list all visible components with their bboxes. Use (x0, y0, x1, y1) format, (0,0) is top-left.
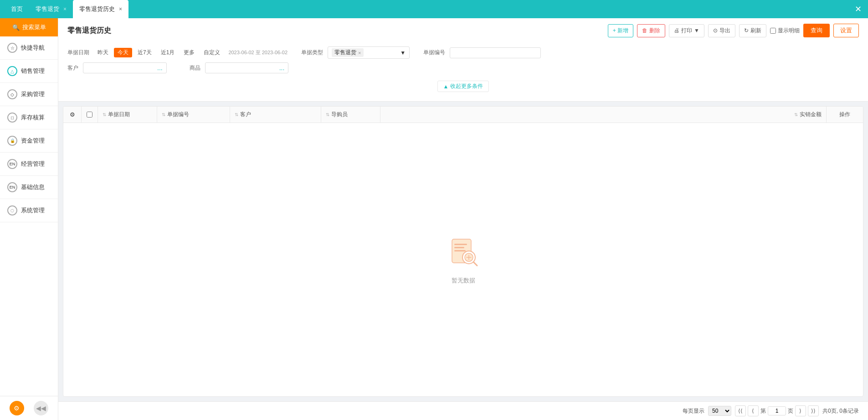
page-title-row: 零售退货历史 + 新增 🗑 删除 🖨 打印 ▼ ⊙ (67, 24, 859, 37)
inventory-icon: □ (7, 113, 17, 123)
delete-button-label: 删除 (649, 27, 660, 35)
th-action-label: 操作 (839, 111, 850, 118)
goods-input[interactable] (209, 65, 277, 71)
goods-input-box[interactable]: ... (205, 62, 289, 73)
filter-row-2: 客户 ... 商品 ... (67, 62, 859, 73)
sidebar-item-operations[interactable]: EN 经营管理 (0, 153, 58, 176)
tab-home[interactable]: 首页 (5, 0, 29, 18)
sales-icon: △ (7, 66, 17, 76)
export-button-label: 导出 (719, 27, 730, 35)
date-options: 昨天 今天 近7天 近1月 更多 自定义 (94, 48, 224, 57)
print-icon: 🖨 (674, 27, 679, 34)
export-button[interactable]: ⊙ 导出 (708, 24, 735, 37)
date-opt-1month[interactable]: 近1月 (157, 48, 179, 57)
page-title: 零售退货历史 (67, 26, 111, 36)
collapse-filter-button[interactable]: ▲ 收起更多条件 (437, 81, 489, 92)
sidebar-item-finance[interactable]: 🔒 资金管理 (0, 129, 58, 153)
per-page-select[interactable]: 10 20 50 100 (708, 406, 731, 416)
svg-rect-1 (454, 244, 467, 245)
system-icon: ◌ (7, 205, 17, 215)
bill-date-label: 单据日期 (67, 49, 89, 56)
th-date[interactable]: ⇅ 单据日期 (98, 107, 157, 123)
sidebar-item-sales[interactable]: △ 销售管理 (0, 60, 58, 83)
date-opt-7days[interactable]: 近7天 (134, 48, 155, 57)
total-info: 共0页, 0条记录 (822, 407, 859, 415)
page-nav: ⟨⟨ ⟨ 第 页 ⟩ ⟩⟩ (735, 405, 819, 416)
th-customer[interactable]: ⇅ 客户 (230, 107, 321, 123)
sidebar-item-basic-info[interactable]: EN 基础信息 (0, 176, 58, 199)
th-checkbox[interactable] (82, 107, 98, 123)
query-button-label: 查询 (811, 27, 822, 34)
th-guide-sort-icon: ⇅ (326, 112, 329, 117)
bill-no-input[interactable] (450, 47, 541, 58)
tab-retail-return[interactable]: 零售退货 × (29, 0, 73, 18)
tab-retail-return-history-label: 零售退货历史 (79, 5, 115, 13)
goods-ellipsis[interactable]: ... (279, 64, 285, 72)
table-header: ⚙ ⇅ 单据日期 ⇅ 单据编号 ⇅ 客户 ⇅ (63, 107, 863, 123)
collapse-icon: ▲ (443, 83, 449, 90)
delete-button[interactable]: 🗑 删除 (637, 24, 665, 37)
th-settings[interactable]: ⚙ (63, 107, 82, 123)
th-guide-label: 导购员 (331, 111, 348, 118)
select-all-checkbox[interactable] (87, 112, 92, 118)
th-billno-label: 单据编号 (167, 111, 189, 118)
first-page-button[interactable]: ⟨⟨ (735, 405, 746, 416)
main-layout: 🔍 搜索菜单 ☆ 快捷导航 △ 销售管理 ◇ 采购管理 □ 库存核算 🔒 资金 (0, 18, 868, 420)
sidebar-collapse-button[interactable]: ◀◀ (34, 401, 48, 415)
th-date-label: 单据日期 (108, 111, 130, 118)
per-page-label: 每页显示 (683, 407, 704, 415)
window-close-button[interactable]: ✕ (855, 4, 868, 14)
date-opt-yesterday[interactable]: 昨天 (94, 48, 112, 57)
date-opt-custom[interactable]: 自定义 (200, 48, 224, 57)
th-amount[interactable]: ⇅ 实销金额 (380, 107, 827, 123)
customer-input-box[interactable]: ... (83, 62, 167, 73)
content-area: 零售退货历史 + 新增 🗑 删除 🖨 打印 ▼ ⊙ (58, 18, 868, 420)
sidebar-item-inventory[interactable]: □ 库存核算 (0, 106, 58, 129)
show-detail-checkbox[interactable] (770, 28, 776, 34)
th-billno[interactable]: ⇅ 单据编号 (157, 107, 230, 123)
print-button[interactable]: 🖨 打印 ▼ (669, 24, 704, 37)
setting-button[interactable]: 设置 (833, 24, 859, 37)
sidebar-search-button[interactable]: 🔍 搜索菜单 (0, 18, 58, 36)
goods-label: 商品 (190, 64, 200, 72)
add-button[interactable]: + 新增 (608, 24, 633, 37)
sidebar-menu: ☆ 快捷导航 △ 销售管理 ◇ 采购管理 □ 库存核算 🔒 资金管理 EN 经营… (0, 36, 58, 396)
th-action: 操作 (827, 107, 863, 123)
sidebar-item-system[interactable]: ◌ 系统管理 (0, 199, 58, 222)
last-page-button[interactable]: ⟩⟩ (808, 405, 819, 416)
tab-retail-return-close[interactable]: × (63, 6, 67, 12)
customer-input[interactable] (87, 65, 155, 71)
prev-page-button[interactable]: ⟨ (748, 405, 759, 416)
date-opt-today[interactable]: 今天 (114, 48, 132, 57)
tab-retail-return-label: 零售退货 (36, 5, 59, 13)
th-guide[interactable]: ⇅ 导购员 (321, 107, 380, 123)
tab-retail-return-history-close[interactable]: × (119, 6, 122, 12)
th-customer-label: 客户 (240, 111, 251, 118)
add-button-label: + 新增 (613, 27, 628, 35)
query-button[interactable]: 查询 (803, 24, 830, 37)
search-icon: 🔍 (12, 24, 20, 31)
bill-type-tag-close[interactable]: × (358, 50, 361, 56)
next-page-button[interactable]: ⟩ (795, 405, 806, 416)
tab-bar: 首页 零售退货 × 零售退货历史 × (5, 0, 855, 18)
page-unit: 页 (788, 407, 793, 415)
svg-line-6 (473, 262, 477, 266)
sidebar-settings-button[interactable]: ⚙ (10, 401, 24, 415)
sidebar-item-inventory-label: 库存核算 (21, 113, 45, 122)
customer-ellipsis[interactable]: ... (157, 64, 163, 72)
bill-type-tag-text: 零售退货 (334, 49, 356, 56)
sidebar-item-operations-label: 经营管理 (21, 160, 45, 168)
sidebar-item-quick-nav[interactable]: ☆ 快捷导航 (0, 36, 58, 60)
tab-retail-return-history[interactable]: 零售退货历史 × (73, 0, 128, 18)
bill-type-select[interactable]: 零售退货 × ▼ (328, 46, 410, 59)
print-button-label: 打印 (681, 27, 692, 35)
refresh-button[interactable]: ↻ 刷新 (739, 24, 766, 37)
page-input[interactable] (768, 406, 786, 415)
delete-icon: 🗑 (642, 27, 647, 34)
show-detail-checkbox-label[interactable]: 显示明细 (770, 27, 800, 35)
sidebar-item-purchase[interactable]: ◇ 采购管理 (0, 83, 58, 106)
bill-type-tag: 零售退货 × (332, 48, 364, 57)
svg-rect-2 (454, 247, 464, 248)
refresh-button-label: 刷新 (750, 27, 761, 35)
date-opt-more[interactable]: 更多 (180, 48, 198, 57)
